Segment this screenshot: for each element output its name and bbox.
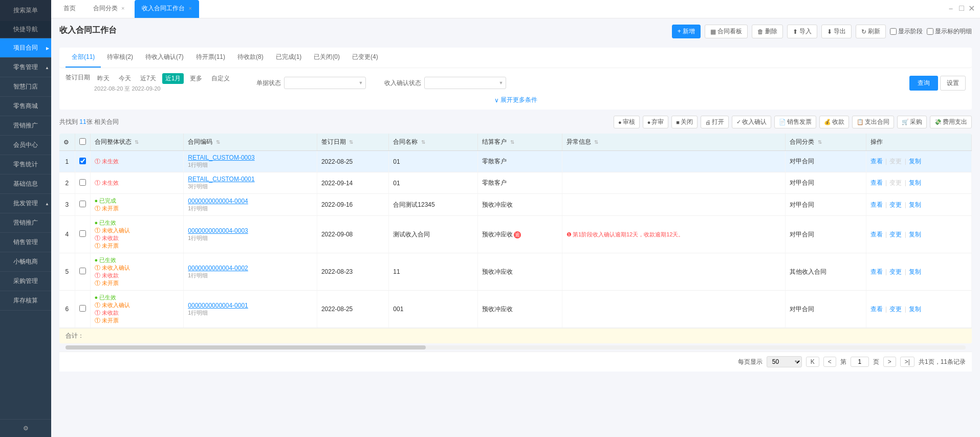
tab-contract-category[interactable]: 合同分类 × [86,0,132,18]
sidebar-item-member[interactable]: 会员中心 [0,136,51,155]
sidebar-item-smart-store[interactable]: 智慧门店 [0,77,51,97]
sidebar-item-xiaochangec[interactable]: 小畅电商 [0,252,51,272]
op-变更[interactable]: 变更 [889,305,902,313]
page-size-select[interactable]: 50 100 [767,356,802,367]
op-查看[interactable]: 查看 [870,305,883,313]
sidebar-item-retail-mall[interactable]: 零售商城 [0,97,51,116]
row-checkbox[interactable] [79,201,86,207]
filter-tab-closed[interactable]: 已关闭(0) [308,48,346,68]
row-checkbox[interactable] [79,230,86,237]
sidebar-item-wholesale-mgmt[interactable]: 批发管理 [0,194,51,213]
contract-code-link[interactable]: RETAIL_CUSTOM-0001 [188,176,254,183]
sidebar-item-marketing[interactable]: 营销推广 [0,116,51,136]
action-btn-income_confirm[interactable]: ✓ 收入确认 [732,116,771,128]
action-btn-collect[interactable]: 💰 收款 [819,116,849,128]
doc-status-select[interactable] [284,77,366,89]
query-button[interactable]: 查询 [909,76,938,91]
contract-code-link[interactable]: 0000000000004-0003 [188,227,248,234]
op-复制[interactable]: 复制 [909,231,921,238]
show-fields-checkbox[interactable]: 显示阶段 [890,27,923,36]
action-btn-fee_out[interactable]: 💸 费用支出 [930,116,972,128]
filter-tab-pending_income_confirm[interactable]: 待收入确认(7) [139,48,190,68]
action-btn-close[interactable]: ■ 关闭 [671,116,698,128]
filter-tab-pending_review[interactable]: 待审核(2) [101,48,139,68]
filter-tab-completed[interactable]: 已完成(1) [270,48,308,68]
first-page-button[interactable]: K [806,357,819,367]
next-page-button[interactable]: > [883,357,896,367]
op-查看[interactable]: 查看 [870,179,883,186]
sidebar-item-retail-stat[interactable]: 零售统计 [0,155,51,174]
filter-tab-pending_collect[interactable]: 待收款(8) [231,48,270,68]
filter-tab-pending_invoice[interactable]: 待开票(11) [190,48,231,68]
action-btn-sales_invoice[interactable]: 📄 销售发票 [774,116,816,128]
sidebar-item-retail-mgmt[interactable]: 零售管理 [0,58,51,77]
income-confirm-select[interactable] [424,77,506,89]
action-btn-abandon[interactable]: ● 弃审 [643,116,669,128]
last-page-button[interactable]: >| [900,357,914,367]
action-btn-print[interactable]: 🖨 打开 [701,116,729,128]
sidebar-item-project[interactable]: 项目合同 [0,38,51,58]
row-checkbox[interactable] [79,179,86,186]
new-button[interactable]: + 新增 [672,25,701,38]
op-查看[interactable]: 查看 [870,158,883,165]
tab-close-contract-category[interactable]: × [120,5,124,11]
action-btn-review[interactable]: ● 审核 [614,116,640,128]
expand-more-button[interactable]: ∨ 展开更多条件 [494,96,537,104]
scrollbar-thumb[interactable] [66,345,426,349]
op-查看[interactable]: 查看 [870,201,883,208]
filter-tab-all[interactable]: 全部(11) [66,48,101,68]
op-复制[interactable]: 复制 [909,179,921,186]
sidebar-settings[interactable]: ⚙ [0,419,51,437]
tab-home[interactable]: 首页 [56,0,83,18]
action-btn-expense_out[interactable]: 📋 支出合同 [852,116,894,128]
date-opt-more[interactable]: 更多 [187,73,205,84]
contract-code-link[interactable]: 0000000000004-0001 [188,302,248,309]
op-查看[interactable]: 查看 [870,231,883,238]
sidebar-item-sales-mgmt[interactable]: 销售管理 [0,233,51,252]
row-checkbox[interactable] [79,305,86,312]
set-button[interactable]: 设置 [940,76,966,91]
op-复制[interactable]: 复制 [909,158,921,165]
date-opt-yesterday[interactable]: 昨天 [94,73,113,84]
sidebar-item-marketing2[interactable]: 营销推广 [0,213,51,233]
show-detail-checkbox[interactable]: 显示标的明细 [927,27,972,36]
board-button[interactable]: ▦ 合同看板 [705,25,748,38]
contract-code-link[interactable]: 0000000000004-0002 [188,265,248,272]
maximize-button[interactable]: □ [959,4,964,14]
date-opt-custom[interactable]: 自定义 [208,73,233,84]
action-btn-purchase[interactable]: 🛒 采购 [897,116,927,128]
op-查看[interactable]: 查看 [870,268,883,275]
sidebar-quicknav[interactable]: 快捷导航 [0,21,51,38]
select-all-checkbox[interactable] [79,138,86,145]
horizontal-scrollbar[interactable] [66,345,966,349]
tab-income-workbench[interactable]: 收入合同工作台 × [135,0,199,18]
page-input[interactable] [851,357,869,367]
sidebar-item-basic-info[interactable]: 基础信息 [0,174,51,194]
filter-tab-changed[interactable]: 已变更(4) [346,48,384,68]
row-checkbox[interactable] [79,158,86,164]
date-opt-last7[interactable]: 近7天 [137,73,159,84]
contract-code-link[interactable]: RETAIL_CUSTOM-0003 [188,154,254,161]
import-button[interactable]: ⬆ 导入 [787,25,817,38]
op-变更[interactable]: 变更 [889,201,902,208]
op-变更[interactable]: 变更 [889,268,902,275]
close-button[interactable]: ✕ [968,4,975,14]
op-复制[interactable]: 复制 [909,201,921,208]
contract-code-link[interactable]: 0000000000004-0004 [188,198,248,205]
refresh-button[interactable]: ↻ 刷新 [856,25,886,38]
minimize-button[interactable]: － [947,4,955,14]
sidebar-item-purchase-mgmt[interactable]: 采购管理 [0,272,51,291]
row-sign-date: 2022-09-16 [317,194,388,216]
sidebar-item-inventory[interactable]: 库存核算 [0,291,51,311]
row-checkbox[interactable] [79,268,86,274]
delete-button[interactable]: 🗑 删除 [752,25,783,38]
op-复制[interactable]: 复制 [909,305,921,313]
sidebar-search[interactable]: 搜索菜单 [0,0,51,21]
op-变更[interactable]: 变更 [889,231,902,238]
prev-page-button[interactable]: < [823,357,836,367]
tab-close-income-workbench[interactable]: × [187,5,191,11]
export-button[interactable]: ⬇ 导出 [821,25,852,38]
date-opt-today[interactable]: 今天 [116,73,134,84]
op-复制[interactable]: 复制 [909,268,921,275]
date-opt-last1month[interactable]: 近1月 [162,73,184,84]
